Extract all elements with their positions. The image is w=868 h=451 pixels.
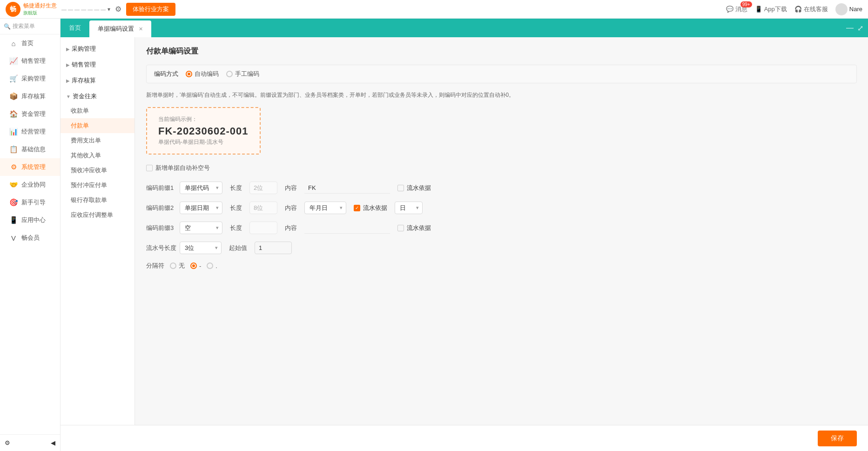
- dropdown-arrow-icon: ▾: [108, 6, 110, 13]
- submenu-group-capital-title[interactable]: ▼ 资金往来: [61, 89, 135, 103]
- sidebar-item-enterprise[interactable]: 🤝 企业协同: [0, 176, 60, 194]
- code-example-box: 当前编码示例： FK-20230602-001 单据代码-单据日期-流水号: [146, 107, 261, 155]
- encoding-method-row: 编码方式 自动编码 手工编码: [146, 65, 857, 83]
- submenu-group-inventory-label: 库存核算: [72, 76, 96, 85]
- prefix2-period-select[interactable]: 日 月 年: [395, 202, 423, 214]
- submenu-item-receipt[interactable]: 收款单: [61, 103, 135, 118]
- messages-btn[interactable]: 💬 消息 99+: [726, 5, 747, 13]
- auto-fill-checkbox[interactable]: [146, 165, 153, 171]
- sep-dash-radio[interactable]: -: [190, 263, 201, 269]
- tab-close-icon[interactable]: ✕: [139, 26, 143, 32]
- code-example-value: FK-20230602-001: [158, 125, 249, 137]
- collapse-icon[interactable]: ◀: [51, 439, 55, 446]
- prefix3-stream-checkbox[interactable]: [397, 225, 404, 231]
- submenu-item-prepay-payable[interactable]: 预付冲应付单: [61, 178, 135, 193]
- prefix2-content-select[interactable]: 年月日 年月 年: [304, 202, 346, 214]
- prefix3-select[interactable]: 空 单据代码 单据日期: [180, 222, 222, 234]
- sep-none-label: 无: [179, 262, 185, 270]
- prefix1-content-input: [304, 182, 390, 194]
- submenu-item-payment[interactable]: 付款单: [61, 118, 135, 133]
- trial-btn[interactable]: 体验行业方案: [126, 3, 175, 16]
- settings-bottom-icon[interactable]: ⚙: [5, 439, 10, 446]
- sidebar-item-purchase[interactable]: 🛒 采购管理: [0, 70, 60, 88]
- settings-icon[interactable]: ⚙: [115, 5, 121, 13]
- search-menu-btn[interactable]: 🔍 搜索菜单: [0, 19, 60, 34]
- sidebar-item-finance[interactable]: 🏠 资金管理: [0, 105, 60, 123]
- minimize-icon[interactable]: —: [846, 24, 854, 32]
- submenu-group-capital: ▼ 资金往来 收款单 付款单 费用支出单 其他收入单 预收冲应收单 预付冲应付单…: [61, 89, 135, 222]
- basic-icon: 📋: [9, 145, 18, 154]
- logo-text: 畅捷通好生意 旗舰版: [23, 2, 57, 16]
- online-service-btn[interactable]: 🎧 在线客服: [794, 5, 828, 13]
- submenu-group-inventory-title[interactable]: ▶ 库存核算: [61, 74, 135, 88]
- home-icon: ⌂: [9, 40, 18, 47]
- user-profile[interactable]: Nare: [835, 3, 862, 15]
- prefix2-select[interactable]: 单据日期 单据代码 空: [180, 202, 222, 214]
- sidebar-item-label: 应用中心: [21, 216, 46, 224]
- prefix1-length-label: 长度: [230, 184, 242, 192]
- prefix2-length-input: [249, 202, 277, 214]
- sidebar-item-apps[interactable]: 📱 应用中心: [0, 211, 60, 229]
- prefix1-length-input: [249, 182, 277, 194]
- auto-code-label: 自动编码: [195, 70, 219, 78]
- sep-dash-label: -: [199, 263, 201, 269]
- download-icon: 📱: [755, 6, 762, 13]
- prefix1-stream-row: 流水依据: [397, 184, 431, 192]
- app-download-btn[interactable]: 📱 App下载: [755, 5, 787, 13]
- company-dropdown[interactable]: — — — — — — — ▾: [61, 6, 110, 13]
- company-name: — — — — — — —: [61, 7, 106, 12]
- info-text: 新增单据时，'单据编码'自动生成，不可编辑。前缀设置为部门、业务员等档案类，开单…: [146, 91, 857, 100]
- sidebar-item-sales[interactable]: 📈 销售管理: [0, 52, 60, 70]
- serial-row: 流水号长度 3位 4位 5位 6位 起始值: [146, 242, 857, 254]
- sep-dot-radio[interactable]: .: [207, 263, 217, 269]
- sidebar-item-label: 畅会员: [21, 234, 40, 242]
- serial-length-label: 流水号长度: [146, 244, 172, 252]
- maximize-icon[interactable]: ⤢: [857, 24, 863, 33]
- sidebar-item-home[interactable]: ⌂ 首页: [0, 34, 60, 52]
- submenu-group-inventory: ▶ 库存核算: [61, 74, 135, 88]
- app-logo: 畅 畅捷通好生意 旗舰版: [6, 2, 57, 17]
- prefix2-stream-checkbox[interactable]: ✓: [354, 205, 360, 211]
- sidebar: 🔍 搜索菜单 ⌂ 首页 📈 销售管理 🛒 采购管理 📦 库存核算 🏠 资金管理 …: [0, 19, 61, 451]
- sidebar-item-inventory[interactable]: 📦 库存核算: [0, 88, 60, 105]
- tab-bar: 首页 单据编码设置 ✕ — ⤢: [61, 19, 868, 37]
- prefix1-stream-checkbox[interactable]: [397, 185, 404, 191]
- separator-options: 无 - .: [170, 262, 217, 270]
- tab-home[interactable]: 首页: [61, 19, 89, 37]
- sidebar-item-basic[interactable]: 📋 基础信息: [0, 141, 60, 158]
- prefix3-length-label: 长度: [230, 224, 242, 232]
- auto-code-radio[interactable]: 自动编码: [186, 70, 219, 78]
- submenu-item-bank-deposit[interactable]: 银行存取款单: [61, 193, 135, 208]
- page-title: 付款单编码设置: [146, 47, 857, 56]
- submenu-item-ar-ap-adjust[interactable]: 应收应付调整单: [61, 208, 135, 222]
- sep-none-radio[interactable]: 无: [170, 262, 185, 270]
- prefix1-row: 编码前缀1 单据代码 单据日期 空 长度 内容 流水依据: [146, 182, 857, 194]
- tab-home-label: 首页: [69, 24, 81, 32]
- sidebar-item-operations[interactable]: 📊 经营管理: [0, 123, 60, 141]
- start-value-input[interactable]: [255, 242, 292, 254]
- form-area: 付款单编码设置 编码方式 自动编码 手工编码: [135, 37, 868, 425]
- submenu-item-expense[interactable]: 费用支出单: [61, 133, 135, 148]
- tab-encoding-label: 单据编码设置: [98, 25, 134, 33]
- tab-encoding[interactable]: 单据编码设置 ✕: [89, 20, 151, 37]
- sidebar-item-system[interactable]: ⚙ 系统管理: [0, 158, 60, 176]
- sidebar-item-guide[interactable]: 🎯 新手引导: [0, 194, 60, 211]
- submenu-item-prepay-receivable[interactable]: 预收冲应收单: [61, 163, 135, 178]
- sidebar-item-label: 销售管理: [21, 57, 46, 65]
- manual-code-radio[interactable]: 手工编码: [226, 70, 259, 78]
- submenu-item-other-income[interactable]: 其他收入单: [61, 148, 135, 163]
- submenu: ▶ 采购管理 ▶ 销售管理 ▶ 库存核算: [61, 37, 135, 425]
- submenu-group-sales-title[interactable]: ▶ 销售管理: [61, 58, 135, 72]
- apps-icon: 📱: [9, 216, 18, 224]
- expand-arrow-icon: ▼: [66, 94, 71, 99]
- separator-row: 分隔符 无 - .: [146, 262, 857, 270]
- submenu-group-purchase-title[interactable]: ▶ 采购管理: [61, 42, 135, 56]
- serial-length-select[interactable]: 3位 4位 5位 6位: [180, 242, 222, 254]
- sidebar-item-member[interactable]: V 畅会员: [0, 229, 60, 247]
- save-button[interactable]: 保存: [818, 431, 857, 446]
- collapse-arrow-icon: ▶: [66, 78, 70, 83]
- manual-code-label: 手工编码: [235, 70, 259, 78]
- prefix1-select[interactable]: 单据代码 单据日期 空: [180, 182, 222, 194]
- guide-icon: 🎯: [9, 198, 18, 207]
- prefix3-select-wrapper: 空 单据代码 单据日期: [180, 222, 222, 234]
